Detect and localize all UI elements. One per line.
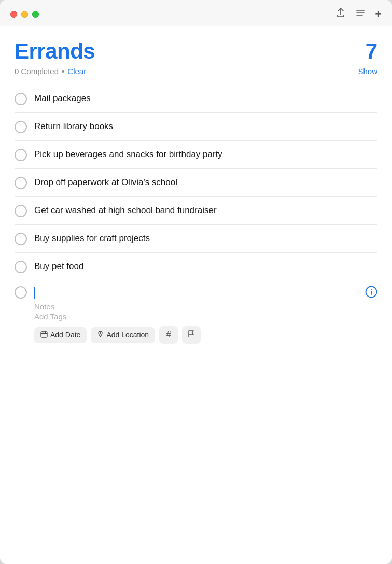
task-checkbox[interactable] <box>15 205 27 217</box>
task-text: Drop off paperwork at Olivia's school <box>34 176 377 189</box>
separator: • <box>62 67 64 76</box>
main-content: Errands 7 0 Completed • Clear Show Mail … <box>0 26 392 564</box>
task-text: Buy pet food <box>34 260 377 273</box>
calendar-icon <box>40 331 48 340</box>
info-icon[interactable] <box>365 286 377 301</box>
list-item: Return library books <box>15 113 377 141</box>
titlebar: + <box>0 0 392 26</box>
flag-icon <box>187 330 195 340</box>
task-text: Return library books <box>34 120 377 133</box>
new-task-item: Notes Add Tags Add Date <box>15 280 377 350</box>
close-button[interactable] <box>10 11 17 18</box>
hashtag-icon: # <box>166 330 171 340</box>
notes-placeholder[interactable]: Notes <box>34 302 377 311</box>
tags-placeholder[interactable]: Add Tags <box>34 312 377 321</box>
task-checkbox[interactable] <box>15 261 27 273</box>
minimize-button[interactable] <box>21 11 28 18</box>
list-icon[interactable] <box>355 8 366 21</box>
page-title: Errands <box>15 39 95 64</box>
list-item: Get car washed at high school band fundr… <box>15 197 377 225</box>
list-item: Mail packages <box>15 85 377 113</box>
share-icon[interactable] <box>335 8 346 21</box>
text-cursor <box>34 287 35 299</box>
new-task-checkbox[interactable] <box>15 286 27 299</box>
completed-left: 0 Completed • Clear <box>15 67 86 76</box>
task-text: Get car washed at high school band fundr… <box>34 204 377 217</box>
task-text: Pick up beverages and snacks for birthda… <box>34 148 377 161</box>
task-text: Buy supplies for craft projects <box>34 232 377 245</box>
hashtag-button[interactable]: # <box>159 326 178 344</box>
task-checkbox[interactable] <box>15 177 27 189</box>
task-list: Mail packages Return library books Pick … <box>15 85 377 280</box>
list-item: Pick up beverages and snacks for birthda… <box>15 141 377 169</box>
svg-point-10 <box>100 332 101 333</box>
add-icon[interactable]: + <box>375 7 382 21</box>
maximize-button[interactable] <box>32 11 39 18</box>
add-location-button[interactable]: Add Location <box>91 327 155 343</box>
show-button[interactable]: Show <box>358 67 377 76</box>
completed-row: 0 Completed • Clear Show <box>15 67 377 76</box>
task-checkbox[interactable] <box>15 149 27 161</box>
traffic-lights <box>10 11 39 18</box>
svg-point-4 <box>371 289 372 290</box>
completed-label: 0 Completed <box>15 67 59 76</box>
new-task-content: Notes Add Tags Add Date <box>34 286 377 350</box>
task-count: 7 <box>366 39 377 64</box>
header-row: Errands 7 <box>15 39 377 64</box>
list-item: Buy supplies for craft projects <box>15 225 377 253</box>
list-item: Buy pet food <box>15 253 377 280</box>
location-icon <box>97 331 104 340</box>
add-location-label: Add Location <box>106 331 149 339</box>
task-checkbox[interactable] <box>15 93 27 105</box>
app-window: + Errands 7 0 Completed • Clear Show Mai… <box>0 0 392 564</box>
clear-button[interactable]: Clear <box>67 67 86 76</box>
add-date-label: Add Date <box>50 331 80 339</box>
svg-rect-6 <box>41 332 47 337</box>
add-date-button[interactable]: Add Date <box>34 327 87 343</box>
titlebar-actions: + <box>335 7 382 21</box>
task-checkbox[interactable] <box>15 233 27 245</box>
task-text: Mail packages <box>34 92 377 105</box>
list-item: Drop off paperwork at Olivia's school <box>15 169 377 197</box>
flag-button[interactable] <box>182 326 201 344</box>
task-checkbox[interactable] <box>15 121 27 133</box>
task-actions-row: Add Date Add Location # <box>34 326 377 344</box>
